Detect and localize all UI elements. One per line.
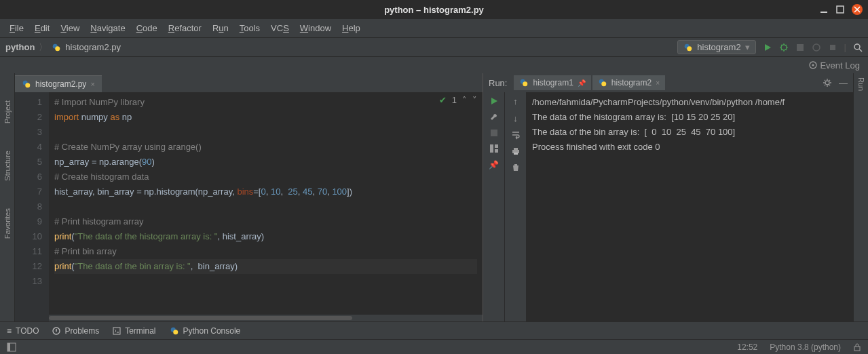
- titlebar: python – histogram2.py: [0, 0, 868, 19]
- wrench-icon[interactable]: [489, 113, 499, 122]
- breadcrumb-project[interactable]: python: [5, 42, 35, 52]
- svg-rect-0: [820, 12, 827, 13]
- layout-icon[interactable]: [489, 144, 499, 153]
- terminal-toolwindow-button[interactable]: Terminal: [113, 326, 155, 336]
- print-icon[interactable]: [511, 146, 521, 156]
- menu-refactor[interactable]: Refactor: [164, 20, 206, 36]
- svg-point-5: [687, 46, 692, 51]
- svg-point-8: [813, 44, 820, 51]
- console-output[interactable]: /home/fahmida/PycharmProjects/python/ven…: [527, 92, 853, 321]
- debug-button[interactable]: [779, 43, 789, 52]
- python-icon: [170, 326, 179, 336]
- menu-vcs[interactable]: VCS: [267, 20, 293, 36]
- svg-point-10: [854, 44, 860, 50]
- python-interpreter[interactable]: Python 3.8 (python): [770, 342, 841, 352]
- editor-horizontal-scrollbar[interactable]: [49, 315, 483, 321]
- profile-button[interactable]: [812, 43, 821, 52]
- menu-navigate[interactable]: Navigate: [86, 20, 129, 36]
- status-toggle-icon[interactable]: [7, 342, 16, 352]
- run-tab-histogram1[interactable]: histogram1 📌: [514, 75, 590, 90]
- line-gutter: 12345678910111213: [15, 92, 49, 321]
- menubar: File Edit View Navigate Code Refactor Ru…: [0, 19, 868, 38]
- rerun-button[interactable]: [489, 96, 499, 106]
- pin-icon[interactable]: 📌: [578, 79, 586, 87]
- event-log-button[interactable]: Event Log: [809, 60, 860, 71]
- run-label: Run:: [489, 78, 507, 88]
- run-button[interactable]: [763, 43, 772, 52]
- svg-rect-32: [7, 343, 10, 351]
- menu-run[interactable]: Run: [208, 20, 233, 36]
- menu-view[interactable]: View: [56, 20, 83, 36]
- stop-icon[interactable]: [490, 129, 498, 137]
- problems-toolwindow-button[interactable]: Problems: [52, 326, 99, 336]
- left-tool-rail: Project Structure Favorites: [0, 73, 15, 321]
- lock-icon[interactable]: [853, 343, 861, 351]
- close-button[interactable]: [852, 4, 863, 15]
- menu-tools[interactable]: Tools: [235, 20, 264, 36]
- up-icon[interactable]: ↑: [513, 96, 518, 106]
- svg-rect-23: [495, 149, 498, 153]
- breadcrumb: python 〉 histogram2.py: [5, 41, 121, 54]
- run-toolbar-left: 📌: [483, 92, 505, 321]
- code-area[interactable]: # Import NumPy libraryimport numpy as np…: [49, 92, 483, 321]
- editor-tab-label: histogram2.py: [35, 79, 86, 89]
- python-console-toolwindow-button[interactable]: Python Console: [170, 326, 241, 336]
- pin-icon[interactable]: 📌: [489, 160, 499, 170]
- search-everywhere-button[interactable]: [853, 43, 863, 52]
- close-tab-icon[interactable]: ×: [90, 80, 94, 88]
- todo-toolwindow-button[interactable]: ≡TODO: [7, 326, 39, 336]
- favorites-toolwindow-button[interactable]: Favorites: [3, 208, 12, 239]
- soft-wrap-icon[interactable]: [511, 130, 521, 140]
- svg-point-16: [523, 81, 528, 86]
- svg-rect-26: [514, 153, 518, 155]
- menu-file[interactable]: File: [5, 20, 28, 36]
- run-toolwindow-button[interactable]: Run: [857, 77, 865, 91]
- svg-rect-28: [113, 328, 120, 334]
- terminal-icon: [113, 327, 121, 335]
- trash-icon[interactable]: [511, 163, 521, 172]
- svg-point-14: [25, 83, 30, 87]
- minimize-button[interactable]: [819, 5, 829, 14]
- prev-highlight-icon[interactable]: ˄: [462, 95, 467, 105]
- main-area: Project Structure Favorites histogram2.p…: [0, 73, 868, 321]
- editor-tab-histogram2[interactable]: histogram2.py ×: [15, 75, 102, 92]
- next-highlight-icon[interactable]: ˅: [472, 95, 477, 105]
- structure-toolwindow-button[interactable]: Structure: [3, 151, 12, 181]
- python-icon: [683, 43, 693, 52]
- breadcrumb-file[interactable]: histogram2.py: [65, 42, 121, 52]
- window-title: python – histogram2.py: [384, 5, 484, 15]
- editor-tabs: histogram2.py ×: [15, 73, 483, 92]
- inspection-count: 1: [452, 95, 457, 105]
- coverage-button[interactable]: [795, 43, 805, 52]
- caret-position[interactable]: 12:52: [737, 342, 757, 352]
- run-tab-histogram2[interactable]: histogram2 ×: [592, 75, 665, 90]
- close-icon[interactable]: ×: [656, 79, 660, 87]
- svg-point-30: [173, 330, 178, 334]
- bottom-tool-bar: ≡TODO Problems Terminal Python Console: [0, 321, 868, 339]
- menu-code[interactable]: Code: [132, 20, 162, 36]
- svg-rect-20: [491, 130, 497, 136]
- right-tool-rail: Run: [853, 73, 868, 321]
- menu-window[interactable]: Window: [296, 20, 335, 36]
- menu-edit[interactable]: Edit: [31, 20, 54, 36]
- menu-help[interactable]: Help: [338, 20, 364, 36]
- check-icon: ✔: [439, 95, 447, 105]
- hide-panel-icon[interactable]: —: [839, 78, 848, 88]
- editor-inspections: ✔ 1 ˄ ˅: [439, 95, 477, 105]
- problems-icon: [52, 327, 60, 335]
- editor-body[interactable]: 12345678910111213 # Import NumPy library…: [15, 92, 483, 321]
- run-header: Run: histogram1 📌 histogram2 × —: [483, 73, 853, 92]
- svg-rect-9: [830, 45, 835, 50]
- run-settings-icon[interactable]: [823, 78, 832, 87]
- svg-rect-21: [490, 144, 493, 153]
- stop-button[interactable]: [828, 43, 837, 52]
- run-config-selector[interactable]: histogram2 ▾: [677, 40, 755, 54]
- python-icon: [519, 78, 529, 87]
- run-config-label: histogram2: [697, 42, 740, 52]
- project-toolwindow-button[interactable]: Project: [3, 100, 12, 123]
- editor-panel: histogram2.py × 12345678910111213 # Impo…: [15, 73, 483, 321]
- python-file-icon: [22, 79, 31, 89]
- run-panel: Run: histogram1 📌 histogram2 × —: [483, 73, 853, 321]
- maximize-button[interactable]: [835, 5, 845, 14]
- down-icon[interactable]: ↓: [513, 113, 518, 123]
